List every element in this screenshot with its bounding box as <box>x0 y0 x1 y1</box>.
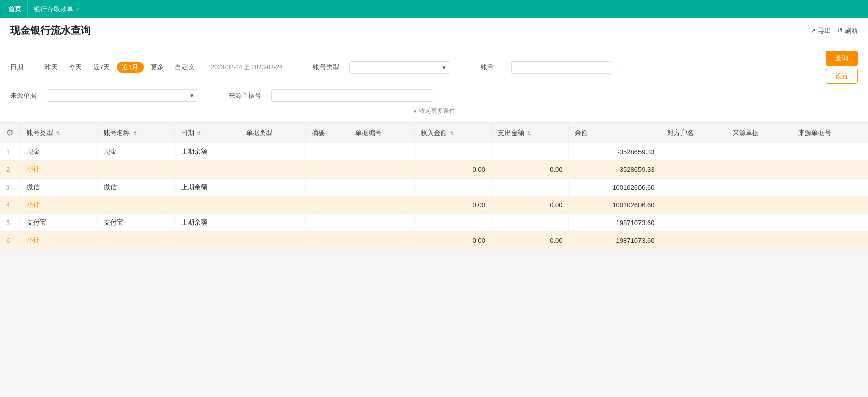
cell-account-name <box>98 161 175 179</box>
export-button[interactable]: ↗ 导出 <box>810 26 831 35</box>
row-index: 2 <box>0 161 20 179</box>
date-option[interactable]: 近1月 <box>117 62 144 73</box>
dots-icon[interactable]: ··· <box>617 64 623 71</box>
cell-balance: -3528659.33 <box>569 143 661 161</box>
row-index: 5 <box>0 214 20 232</box>
header-actions: ↗ 导出 ↺ 刷新 <box>810 26 858 35</box>
column-header-account_name[interactable]: 账号名称 ⇅ <box>98 123 175 143</box>
source-doc-select[interactable]: ▾ <box>47 89 198 102</box>
gear-icon[interactable]: ⚙ <box>6 128 13 137</box>
table-body: 1现金现金上期余额-3528659.332小计0.000.00-3528659.… <box>0 143 868 249</box>
collapse-label: 收起更多条件 <box>419 107 455 115</box>
table-row: 4小计0.000.00100102606.60 <box>0 196 868 214</box>
query-button[interactable]: 查询 <box>826 51 858 66</box>
column-header-source_doc: 来源单据 <box>726 123 792 143</box>
action-buttons: 查询 设置 <box>826 51 858 84</box>
cell-summary <box>305 143 349 161</box>
column-header-date[interactable]: 日期 ⇅ <box>174 123 240 143</box>
cell-source-doc-num <box>792 161 868 179</box>
collapse-bar[interactable]: ∧ 收起更多条件 <box>10 107 858 115</box>
cell-source-doc <box>726 143 792 161</box>
column-header-source_doc_num: 来源单据号 <box>792 123 868 143</box>
sort-icon: ⇅ <box>197 130 201 136</box>
date-option[interactable]: 自定义 <box>171 62 199 73</box>
account-label: 账号 <box>481 63 501 72</box>
cell-account-type: 小计 <box>20 232 98 249</box>
cell-date: 上期余额 <box>174 143 240 161</box>
cell-expense <box>491 214 569 232</box>
cell-doc-type <box>240 214 306 232</box>
cell-doc-type <box>240 232 306 249</box>
column-header-account_type[interactable]: 账号类型 ⇅ <box>20 123 98 143</box>
cell-balance: 19871073.60 <box>569 232 661 249</box>
cell-summary <box>305 214 349 232</box>
date-option[interactable]: 今天 <box>65 62 86 73</box>
account-type-label: 账号类型 <box>313 63 339 72</box>
cell-income <box>415 179 492 196</box>
table-row: 2小计0.000.00-3528659.33 <box>0 161 868 179</box>
table-row: 1现金现金上期余额-3528659.33 <box>0 143 868 161</box>
cell-date <box>174 232 240 249</box>
export-icon: ↗ <box>810 27 816 34</box>
cell-account-type: 小计 <box>20 161 98 179</box>
cell-doc-type <box>240 179 306 196</box>
nav-tab[interactable]: 银行存取款单× <box>28 0 99 18</box>
cell-source-doc-num <box>792 179 868 196</box>
account-input[interactable] <box>511 61 612 74</box>
table-row: 6小计0.000.0019871073.60 <box>0 232 868 249</box>
account-field: ··· <box>511 61 623 74</box>
cell-expense: 0.00 <box>491 232 569 249</box>
close-icon[interactable]: × <box>76 6 79 12</box>
table-row: 3微信微信上期余额100102606.60 <box>0 179 868 196</box>
nav-home[interactable]: 首页 <box>2 0 28 18</box>
date-option[interactable]: 近7天 <box>89 62 114 73</box>
table-row: 5支付宝支付宝上期余额19871073.60 <box>0 214 868 232</box>
column-header-income[interactable]: 收入金额 ⇅ <box>415 123 492 143</box>
column-header-expense[interactable]: 支出金额 ⇅ <box>491 123 569 143</box>
cell-account-type: 支付宝 <box>20 214 98 232</box>
settings-button[interactable]: 设置 <box>826 69 858 84</box>
cell-counterpart <box>661 196 726 214</box>
cell-income <box>415 214 492 232</box>
source-doc-num-input[interactable] <box>271 89 433 102</box>
cell-date <box>174 196 240 214</box>
cell-doc-num <box>349 214 415 232</box>
cell-source-doc <box>726 196 792 214</box>
cell-doc-type <box>240 161 306 179</box>
chevron-down-icon: ▾ <box>442 64 446 71</box>
cell-date <box>174 161 240 179</box>
refresh-button[interactable]: ↺ 刷新 <box>837 26 858 35</box>
date-range: 2023-02-24 至 2023-03-24 <box>211 63 282 72</box>
page-header: 现金银行流水查询 ↗ 导出 ↺ 刷新 <box>0 18 868 43</box>
table-header: ⚙账号类型 ⇅账号名称 ⇅日期 ⇅单据类型摘要单据编号收入金额 ⇅支出金额 ⇅余… <box>0 123 868 143</box>
date-options: 昨天今天近7天近1月更多自定义 <box>40 62 199 73</box>
date-label: 日期 <box>10 63 30 72</box>
cell-doc-type <box>240 143 306 161</box>
cell-source-doc <box>726 214 792 232</box>
cell-counterpart <box>661 161 726 179</box>
cell-income: 0.00 <box>415 232 492 249</box>
cell-date: 上期余额 <box>174 179 240 196</box>
row-index: 3 <box>0 179 20 196</box>
cell-expense <box>491 179 569 196</box>
cell-account-name <box>98 232 175 249</box>
cell-expense: 0.00 <box>491 196 569 214</box>
account-type-select[interactable]: ▾ <box>349 61 450 74</box>
refresh-label: 刷新 <box>845 26 858 35</box>
column-header-balance: 余额 <box>569 123 661 143</box>
cell-doc-num <box>349 143 415 161</box>
sort-icon: ⇅ <box>133 130 137 136</box>
source-doc-label: 来源单据 <box>10 91 36 100</box>
chevron-up-icon: ∧ <box>413 108 417 115</box>
filter-row-1: 日期 昨天今天近7天近1月更多自定义 2023-02-24 至 2023-03-… <box>10 51 858 84</box>
cell-doc-num <box>349 196 415 214</box>
cell-counterpart <box>661 214 726 232</box>
cell-balance: 100102606.60 <box>569 179 661 196</box>
cell-doc-num <box>349 179 415 196</box>
date-option[interactable]: 更多 <box>147 62 168 73</box>
data-table: ⚙账号类型 ⇅账号名称 ⇅日期 ⇅单据类型摘要单据编号收入金额 ⇅支出金额 ⇅余… <box>0 123 868 249</box>
cell-counterpart <box>661 232 726 249</box>
date-option[interactable]: 昨天 <box>40 62 62 73</box>
cell-balance: 19871073.60 <box>569 214 661 232</box>
cell-source-doc-num <box>792 232 868 249</box>
